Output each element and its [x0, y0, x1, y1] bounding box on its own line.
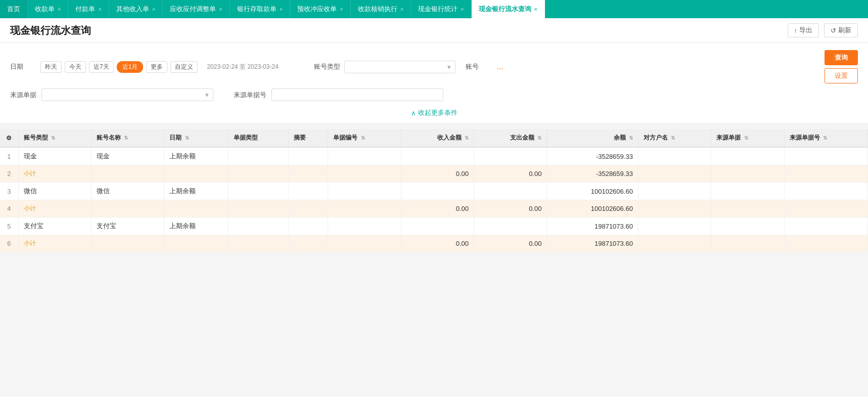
cell-source-doc-no — [784, 235, 867, 252]
nav-receipts[interactable]: 收款单 × — [28, 0, 68, 18]
collapse-filter-btn[interactable]: ∧ 收起更多条件 — [10, 106, 858, 119]
col-doc-type[interactable]: 单据类型 — [228, 129, 289, 147]
account-type-label: 账号类型 — [314, 62, 340, 71]
col-account-type[interactable]: 账号类型 ⇅ — [18, 129, 91, 147]
col-income[interactable]: 收入金额 ⇅ — [401, 129, 474, 147]
col-expense[interactable]: 支出金额 ⇅ — [474, 129, 547, 147]
col-summary[interactable]: 摘要 — [289, 129, 328, 147]
collapse-icon: ∧ — [411, 109, 416, 117]
col-date[interactable]: 日期 ⇅ — [164, 129, 228, 147]
top-nav: 首页 收款单 × 付款单 × 其他收入单 × 应收应付调整单 × 银行存取款单 … — [0, 0, 868, 18]
nav-payments-close[interactable]: × — [98, 6, 101, 12]
filter-row-2: 来源单据 ▾ 来源单据号 — [10, 89, 858, 101]
cell-counterpart — [638, 235, 711, 252]
cell-income: 0.00 — [401, 200, 474, 217]
nav-advance-receivable[interactable]: 预收冲应收单 × — [290, 0, 350, 18]
cell-account-type: 小计 — [18, 200, 91, 217]
nav-bank-deposit[interactable]: 银行存取款单 × — [230, 0, 290, 18]
date-btn-more[interactable]: 更多 — [146, 61, 167, 73]
table-row: 2小计0.000.00-3528659.33 — [0, 165, 868, 183]
nav-receipts-label: 收款单 — [35, 5, 55, 14]
nav-cash-stats[interactable]: 现金银行统计 × — [411, 0, 471, 18]
col-counterpart[interactable]: 对方户名 ⇅ — [638, 129, 711, 147]
data-table: ⚙ 账号类型 ⇅ 账号名称 ⇅ 日期 ⇅ 单据类型 摘要 单据编号 ⇅ 收入金额… — [0, 129, 868, 252]
source-doc-label: 来源单据 — [10, 91, 36, 100]
cell-source-doc — [711, 165, 784, 183]
header-actions: ↑ 导出 ↺ 刷新 — [788, 23, 858, 37]
refresh-label: 刷新 — [838, 26, 851, 35]
source-doc-dropdown-icon: ▾ — [205, 91, 209, 99]
cell-account-type: 微信 — [18, 183, 91, 200]
nav-payments[interactable]: 付款单 × — [68, 0, 109, 18]
nav-advance-receivable-close[interactable]: × — [340, 6, 343, 12]
table-row: 6小计0.000.0019871073.60 — [0, 235, 868, 252]
col-settings[interactable]: ⚙ — [0, 129, 18, 147]
cell-expense — [474, 183, 547, 200]
search-button[interactable]: 查询 — [825, 50, 858, 65]
table-row: 4小计0.000.00100102606.60 — [0, 200, 868, 217]
nav-bank-deposit-close[interactable]: × — [280, 6, 283, 12]
cell-summary — [289, 217, 328, 235]
refresh-button[interactable]: ↺ 刷新 — [824, 23, 858, 37]
nav-cash-stats-close[interactable]: × — [461, 6, 464, 12]
nav-cash-flow-query-label: 现金银行流水查询 — [479, 5, 531, 14]
nav-write-off[interactable]: 收款核销执行 × — [351, 0, 411, 18]
col-account-name[interactable]: 账号名称 ⇅ — [91, 129, 164, 147]
account-ellipsis[interactable]: ... — [495, 62, 506, 71]
cell-settings: 3 — [0, 183, 18, 200]
settings-button[interactable]: 设置 — [825, 68, 858, 83]
col-doc-no[interactable]: 单据编号 ⇅ — [328, 129, 401, 147]
cell-doc-no — [328, 217, 401, 235]
col-source-doc[interactable]: 来源单据 ⇅ — [711, 129, 784, 147]
nav-cash-stats-label: 现金银行统计 — [418, 5, 458, 14]
cell-date: 上期余额 — [164, 183, 228, 200]
nav-home[interactable]: 首页 — [0, 0, 28, 18]
cell-doc-no — [328, 200, 401, 217]
nav-cash-flow-query-close[interactable]: × — [534, 6, 537, 12]
col-source-doc-no[interactable]: 来源单据号 ⇅ — [784, 129, 867, 147]
source-doc-no-input[interactable] — [271, 89, 443, 101]
nav-write-off-label: 收款核销执行 — [358, 5, 397, 14]
cell-date: 上期余额 — [164, 147, 228, 165]
date-btn-1month[interactable]: 近1月 — [117, 61, 144, 73]
cell-source-doc-no — [784, 183, 867, 200]
source-doc-select[interactable]: ▾ — [41, 89, 213, 101]
nav-ar-ap-adjust[interactable]: 应收应付调整单 × — [163, 0, 230, 18]
date-btn-7days[interactable]: 近7天 — [89, 61, 114, 73]
cell-counterpart — [638, 165, 711, 183]
cell-settings: 1 — [0, 147, 18, 165]
nav-other-income[interactable]: 其他收入单 × — [109, 0, 163, 18]
date-range-text: 2023-02-24 至 2023-03-24 — [207, 63, 278, 71]
cell-balance: -3528659.33 — [547, 165, 638, 183]
date-btn-custom[interactable]: 自定义 — [170, 61, 198, 73]
table-row: 1现金现金上期余额-3528659.33 — [0, 147, 868, 165]
account-type-select[interactable]: ▾ — [344, 61, 455, 73]
nav-payments-label: 付款单 — [75, 5, 95, 14]
refresh-icon: ↺ — [831, 27, 836, 34]
nav-cash-flow-query[interactable]: 现金银行流水查询 × — [472, 0, 545, 18]
export-button[interactable]: ↑ 导出 — [788, 23, 819, 37]
col-balance[interactable]: 余额 ⇅ — [547, 129, 638, 147]
cell-income — [401, 183, 474, 200]
cell-doc-type — [228, 183, 289, 200]
date-btn-yesterday[interactable]: 昨天 — [40, 61, 62, 73]
cell-settings: 4 — [0, 200, 18, 217]
cell-account-type: 现金 — [18, 147, 91, 165]
cell-expense: 0.00 — [474, 200, 547, 217]
cell-income — [401, 217, 474, 235]
nav-write-off-close[interactable]: × — [400, 6, 403, 12]
cell-balance: -3528659.33 — [547, 147, 638, 165]
date-btn-today[interactable]: 今天 — [65, 61, 86, 73]
page-header: 现金银行流水查询 ↑ 导出 ↺ 刷新 — [0, 18, 868, 43]
nav-receipts-close[interactable]: × — [58, 6, 61, 12]
nav-other-income-close[interactable]: × — [152, 6, 155, 12]
cell-account-name: 现金 — [91, 147, 164, 165]
cell-summary — [289, 165, 328, 183]
cell-summary — [289, 183, 328, 200]
export-icon: ↑ — [794, 27, 798, 34]
cell-summary — [289, 147, 328, 165]
cell-source-doc — [711, 235, 784, 252]
nav-home-label: 首页 — [7, 5, 20, 14]
cell-expense: 0.00 — [474, 165, 547, 183]
nav-ar-ap-adjust-close[interactable]: × — [219, 6, 222, 12]
